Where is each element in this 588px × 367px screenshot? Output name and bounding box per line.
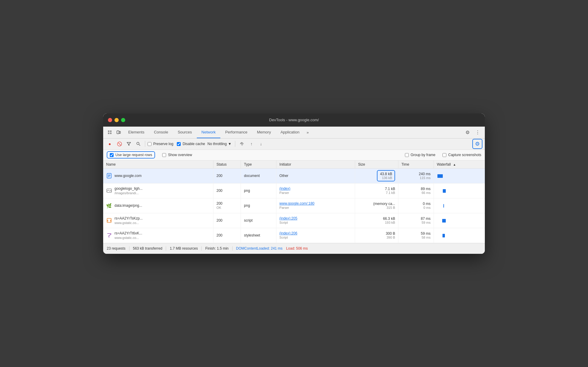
device-toolbar-icon[interactable] — [114, 128, 123, 136]
record-button[interactable]: ● — [106, 140, 114, 148]
throttle-label: No throttling — [208, 142, 227, 146]
search-button[interactable] — [134, 140, 143, 148]
network-settings-button[interactable]: ⚙ — [472, 139, 482, 149]
sort-icon: ▲ — [453, 163, 456, 166]
table-row[interactable]: rs=AA2YrTt6xK... www.gstatic.co... 200st… — [103, 228, 485, 243]
capture-screenshots-label[interactable]: Capture screenshots — [442, 153, 481, 157]
time-cell: 89 ms 66 ms — [398, 183, 434, 198]
resources-size: 1.7 MB resources — [166, 246, 202, 251]
time-secondary: 0 ms — [401, 206, 431, 209]
time-primary: 89 ms — [401, 187, 431, 191]
inspector-icon[interactable] — [106, 128, 114, 136]
divider-2 — [235, 141, 235, 147]
capture-screenshots-text: Capture screenshots — [448, 153, 481, 157]
name-secondary: www.gstatic.co... — [114, 221, 143, 225]
group-by-frame-label[interactable]: Group by frame — [405, 153, 435, 157]
size-cell: 43.8 kB 136 kB — [355, 168, 398, 183]
table-row[interactable]: www.google.com 200documentOther 43.8 kB … — [103, 168, 485, 183]
status-cell: 200OK — [213, 198, 241, 213]
svg-rect-0 — [117, 131, 119, 134]
name-primary: www.google.com — [114, 174, 142, 178]
download-icon[interactable]: ↓ — [257, 140, 265, 148]
svg-point-2 — [137, 142, 139, 145]
col-header-name[interactable]: Name — [103, 161, 213, 169]
options-right: Group by frame Capture screenshots — [405, 153, 481, 157]
col-header-initiator[interactable]: Initiator — [276, 161, 355, 169]
clear-button[interactable]: 🚫 — [115, 140, 123, 148]
minimize-button[interactable] — [114, 118, 119, 122]
disable-cache-label: Disable cache — [182, 142, 205, 146]
tab-memory[interactable]: Memory — [252, 126, 276, 138]
tab-elements[interactable]: Elements — [123, 126, 149, 138]
initiator-secondary: Parser — [279, 206, 289, 209]
table-row[interactable]: 🌿 data:image/png... 200OKpngwww.google.c… — [103, 198, 485, 213]
network-conditions-icon[interactable] — [238, 140, 246, 148]
table-row[interactable]: googlelogo_ligh... /images/brandi... 200… — [103, 183, 485, 198]
size-secondary: 7.1 kB — [358, 191, 395, 195]
options-bar: Use large request rows Show overview Gro… — [103, 150, 485, 161]
size-primary: 43.8 kB — [380, 172, 392, 176]
col-header-status[interactable]: Status — [213, 161, 241, 169]
disable-cache-checkbox[interactable] — [177, 142, 181, 146]
waterfall-cell — [434, 213, 485, 228]
preserve-log-checkbox[interactable] — [148, 142, 151, 146]
close-button[interactable] — [108, 118, 112, 122]
preserve-log-checkbox-group[interactable]: Preserve log — [148, 142, 173, 146]
leaf-icon: 🌿 — [106, 203, 112, 209]
traffic-lights — [108, 118, 125, 122]
status-cell: 200 — [213, 168, 241, 183]
initiator-secondary: Script — [279, 236, 288, 239]
col-header-time[interactable]: Time — [398, 161, 434, 169]
group-by-frame-checkbox[interactable] — [405, 153, 409, 157]
tab-application[interactable]: Application — [276, 126, 304, 138]
use-large-rows-label[interactable]: Use large request rows — [107, 151, 155, 158]
initiator-link[interactable]: (index):206 — [279, 231, 297, 235]
network-table-container: Name Status Type Initiator Size — [103, 161, 485, 243]
settings-icon[interactable]: ⚙ — [463, 128, 472, 136]
waterfall-cell — [434, 198, 485, 213]
time-primary: 0 ms — [401, 202, 431, 206]
tab-sources[interactable]: Sources — [173, 126, 197, 138]
tab-network[interactable]: Network — [197, 126, 221, 138]
status-code: 200 — [216, 189, 222, 193]
svg-rect-1 — [119, 131, 120, 133]
upload-icon[interactable]: ↑ — [247, 140, 256, 148]
fullscreen-button[interactable] — [121, 118, 125, 122]
disable-cache-checkbox-group[interactable]: Disable cache — [177, 142, 205, 146]
filter-button[interactable] — [125, 140, 133, 148]
col-header-type[interactable]: Type — [241, 161, 276, 169]
show-overview-label[interactable]: Show overview — [162, 153, 192, 157]
initiator-link[interactable]: (index):205 — [279, 216, 297, 220]
initiator-secondary: Parser — [279, 191, 289, 195]
time-cell: 0 ms 0 ms — [398, 198, 434, 213]
doc-icon — [106, 173, 112, 179]
tab-performance[interactable]: Performance — [220, 126, 252, 138]
tab-bar: Elements Console Sources Network Perform… — [103, 127, 485, 139]
size-primary: (memory ca... — [358, 202, 395, 206]
capture-screenshots-checkbox[interactable] — [442, 153, 446, 157]
tab-console[interactable]: Console — [149, 126, 173, 138]
waterfall-cell — [434, 183, 485, 198]
use-large-rows-text: Use large request rows — [115, 153, 152, 157]
throttle-arrow-icon: ▼ — [228, 142, 231, 146]
status-code: 200 — [216, 218, 222, 223]
throttle-select[interactable]: No throttling ▼ — [206, 142, 233, 146]
col-header-size[interactable]: Size — [355, 161, 398, 169]
initiator-cell: (index):206Script — [276, 228, 355, 243]
style-icon — [106, 232, 112, 238]
show-overview-checkbox[interactable] — [162, 153, 166, 157]
status-cell: 200 — [213, 213, 241, 228]
more-options-icon[interactable]: ⋮ — [474, 128, 482, 136]
name-cell: rs=AA2YrTsKzp... www.gstatic.co... — [103, 213, 213, 228]
initiator-link[interactable]: www.google.com/:180 — [279, 201, 314, 206]
time-cell: 240 ms 115 ms — [398, 168, 434, 183]
time-secondary: 58 ms — [401, 236, 431, 239]
initiator-primary: Other — [279, 174, 288, 178]
name-primary: rs=AA2YrTsKzp... — [114, 216, 143, 220]
use-large-rows-checkbox[interactable] — [110, 153, 114, 157]
col-header-waterfall[interactable]: Waterfall ▲ — [434, 161, 485, 169]
table-row[interactable]: rs=AA2YrTsKzp... www.gstatic.co... 200sc… — [103, 213, 485, 228]
type-value: stylesheet — [244, 233, 260, 237]
initiator-link[interactable]: (index) — [279, 186, 290, 191]
more-tabs-button[interactable]: » — [304, 130, 311, 135]
